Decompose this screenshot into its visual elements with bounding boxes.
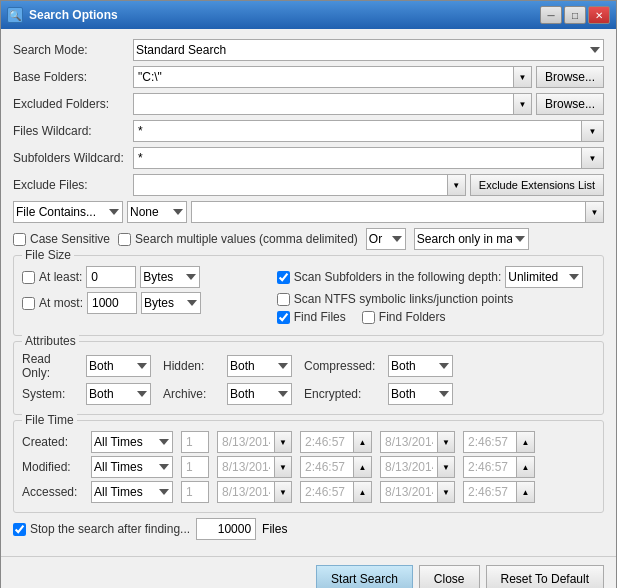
read-only-select[interactable]: Both <box>86 355 151 377</box>
stop-after-value-input[interactable]: 10000 <box>196 518 256 540</box>
accessed-date1-dropdown[interactable]: ▼ <box>275 481 292 503</box>
file-size-section: File Size At least: Bytes <box>13 255 604 336</box>
or-select[interactable]: Or <box>366 228 406 250</box>
created-time1-input[interactable] <box>300 431 354 453</box>
accessed-time2-input[interactable] <box>463 481 517 503</box>
stop-after-text: Stop the search after finding... <box>30 522 190 536</box>
files-wildcard-dropdown-btn[interactable]: ▼ <box>582 120 604 142</box>
created-date1-input[interactable] <box>217 431 275 453</box>
base-folders-combo: ▼ <box>133 66 532 88</box>
file-contains-filter-select[interactable]: None <box>127 201 187 223</box>
scan-depth-select[interactable]: Unlimited <box>505 266 583 288</box>
scan-ntfs-checkbox[interactable] <box>277 293 290 306</box>
accessed-time2-combo: ▲ <box>463 481 535 503</box>
file-contains-row: File Contains... None ▼ <box>13 201 604 223</box>
modified-time2-combo: ▲ <box>463 456 535 478</box>
exclude-files-label: Exclude Files: <box>13 178 133 192</box>
at-most-label[interactable]: At most: <box>22 296 83 310</box>
encrypted-select[interactable]: Both <box>388 383 453 405</box>
file-time-title: File Time <box>22 413 77 427</box>
hidden-select[interactable]: Both <box>227 355 292 377</box>
created-date2-dropdown[interactable]: ▼ <box>438 431 455 453</box>
files-wildcard-input[interactable] <box>133 120 582 142</box>
exclude-files-input[interactable] <box>133 174 448 196</box>
created-time2-input[interactable] <box>463 431 517 453</box>
maximize-button[interactable]: □ <box>564 6 586 24</box>
base-folders-dropdown-btn[interactable]: ▼ <box>514 66 532 88</box>
created-time-num[interactable] <box>181 431 209 453</box>
modified-date2-input[interactable] <box>380 456 438 478</box>
created-date2-input[interactable] <box>380 431 438 453</box>
accessed-time2-spinner[interactable]: ▲ <box>517 481 535 503</box>
minimize-button[interactable]: ─ <box>540 6 562 24</box>
close-button[interactable]: Close <box>419 565 480 588</box>
excluded-folders-input[interactable] <box>133 93 514 115</box>
created-time-type-select[interactable]: All Times <box>91 431 173 453</box>
find-folders-label[interactable]: Find Folders <box>362 310 446 324</box>
system-select[interactable]: Both <box>86 383 151 405</box>
at-least-value-input[interactable] <box>86 266 136 288</box>
accessed-date2-dropdown[interactable]: ▼ <box>438 481 455 503</box>
scan-subfolders-checkbox[interactable] <box>277 271 290 284</box>
accessed-time1-input[interactable] <box>300 481 354 503</box>
created-date1-combo: ▼ <box>217 431 292 453</box>
exclude-extensions-button[interactable]: Exclude Extensions List <box>470 174 604 196</box>
window-icon: 🔍 <box>7 7 23 23</box>
find-files-checkbox[interactable] <box>277 311 290 324</box>
stop-after-label[interactable]: Stop the search after finding... <box>13 522 190 536</box>
accessed-time-num[interactable] <box>181 481 209 503</box>
at-most-value-input[interactable] <box>87 292 137 314</box>
subfolders-wildcard-dropdown-btn[interactable]: ▼ <box>582 147 604 169</box>
modified-time2-spinner[interactable]: ▲ <box>517 456 535 478</box>
at-least-text: At least: <box>39 270 82 284</box>
scan-subfolders-label[interactable]: Scan Subfolders in the following depth: <box>277 270 501 284</box>
modified-time1-input[interactable] <box>300 456 354 478</box>
find-files-label[interactable]: Find Files <box>277 310 346 324</box>
accessed-date1-input[interactable] <box>217 481 275 503</box>
file-size-right: Scan Subfolders in the following depth: … <box>277 266 595 329</box>
find-folders-checkbox[interactable] <box>362 311 375 324</box>
search-mode-select[interactable]: Standard Search <box>133 39 604 61</box>
reset-button[interactable]: Reset To Default <box>486 565 605 588</box>
excluded-folders-dropdown-btn[interactable]: ▼ <box>514 93 532 115</box>
exclude-files-dropdown-btn[interactable]: ▼ <box>448 174 466 196</box>
modified-date1-input[interactable] <box>217 456 275 478</box>
at-least-unit-select[interactable]: Bytes <box>140 266 200 288</box>
at-most-checkbox[interactable] <box>22 297 35 310</box>
start-search-button[interactable]: Start Search <box>316 565 413 588</box>
scan-ntfs-label[interactable]: Scan NTFS symbolic links/junction points <box>277 292 513 306</box>
case-sensitive-checkbox[interactable] <box>13 233 26 246</box>
compressed-select[interactable]: Both <box>388 355 453 377</box>
file-contains-type-select[interactable]: File Contains... <box>13 201 123 223</box>
modified-time2-input[interactable] <box>463 456 517 478</box>
search-multiple-checkbox-label[interactable]: Search multiple values (comma delimited) <box>118 232 358 246</box>
created-time1-spinner[interactable]: ▲ <box>354 431 372 453</box>
base-folders-input[interactable] <box>133 66 514 88</box>
file-contains-dropdown-btn[interactable]: ▼ <box>586 201 604 223</box>
at-most-unit-select[interactable]: Bytes <box>141 292 201 314</box>
modified-time-type-select[interactable]: All Times <box>91 456 173 478</box>
close-window-button[interactable]: ✕ <box>588 6 610 24</box>
modified-time-num[interactable] <box>181 456 209 478</box>
modified-date2-dropdown[interactable]: ▼ <box>438 456 455 478</box>
file-contains-value-input[interactable] <box>191 201 586 223</box>
accessed-time1-spinner[interactable]: ▲ <box>354 481 372 503</box>
modified-time1-spinner[interactable]: ▲ <box>354 456 372 478</box>
at-least-checkbox[interactable] <box>22 271 35 284</box>
subfolders-wildcard-input[interactable] <box>133 147 582 169</box>
excluded-folders-browse-button[interactable]: Browse... <box>536 93 604 115</box>
at-most-text: At most: <box>39 296 83 310</box>
created-time2-spinner[interactable]: ▲ <box>517 431 535 453</box>
at-least-label[interactable]: At least: <box>22 270 82 284</box>
accessed-time-type-select[interactable]: All Times <box>91 481 173 503</box>
accessed-date2-input[interactable] <box>380 481 438 503</box>
search-multiple-checkbox[interactable] <box>118 233 131 246</box>
case-sensitive-checkbox-label[interactable]: Case Sensitive <box>13 232 110 246</box>
archive-select[interactable]: Both <box>227 383 292 405</box>
search-mode-label: Search Mode: <box>13 43 133 57</box>
search-only-select[interactable]: Search only in major stre... <box>414 228 529 250</box>
modified-date1-dropdown[interactable]: ▼ <box>275 456 292 478</box>
base-folders-browse-button[interactable]: Browse... <box>536 66 604 88</box>
created-date1-dropdown[interactable]: ▼ <box>275 431 292 453</box>
stop-after-checkbox[interactable] <box>13 523 26 536</box>
